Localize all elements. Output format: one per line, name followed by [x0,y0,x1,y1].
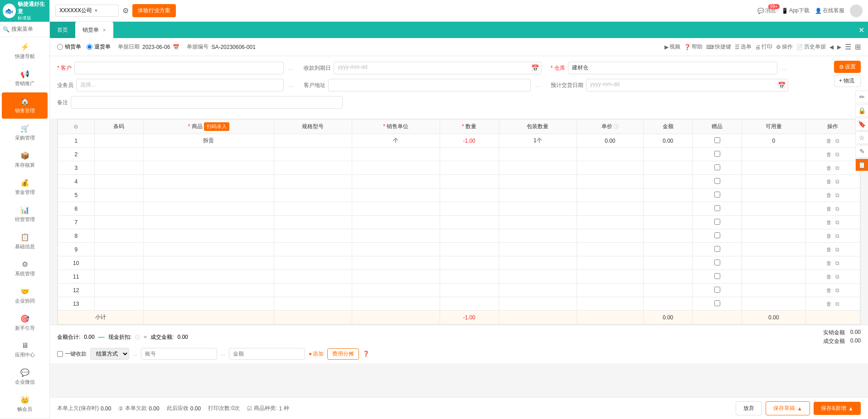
cell-amount-10[interactable] [643,270,693,284]
cell-spec-6[interactable] [274,216,352,229]
sidebar-search[interactable]: 🔍 搜索菜单 [0,22,49,37]
gift-checkbox-1[interactable] [714,151,720,157]
cell-qty-12[interactable] [440,297,499,311]
cell-amount-5[interactable] [643,202,693,216]
cell-spec-5[interactable] [274,202,352,216]
calendar-icon[interactable]: 📅 [173,44,179,50]
copy-icon-7[interactable]: ⧉ [835,233,839,239]
copy-icon-11[interactable]: ⧉ [835,287,839,294]
payment-method-more-icon[interactable]: ... [133,351,137,357]
cell-amount-12[interactable] [643,297,693,311]
gift-checkbox-4[interactable] [714,192,720,197]
cell-qty-1[interactable] [440,148,499,161]
cell-qty-2[interactable] [440,161,499,175]
cell-qty-11[interactable] [440,284,499,297]
customer-more-icon[interactable]: ... [286,65,295,71]
cell-unit-price-5[interactable] [577,202,643,216]
cell-barcode-4[interactable] [94,188,144,202]
delete-icon-11[interactable]: 🗑 [826,287,832,294]
tool-help[interactable]: ❓ 帮助 [684,43,703,51]
sidebar-item-basic[interactable]: 📋基础信息 [2,228,48,255]
cell-unit-price-2[interactable] [577,161,643,175]
payment-calendar-icon[interactable]: 📅 [531,64,539,72]
cell-product-8[interactable] [144,243,274,256]
cell-unit-4[interactable] [352,188,440,202]
side-action-pencil[interactable]: ✎ [855,145,868,158]
warehouse-more-icon[interactable]: ... [780,65,788,71]
cell-pkg-qty-5[interactable] [499,202,577,216]
save-new-button[interactable]: 保存&新增 ▲ [814,402,861,415]
sidebar-item-wechat[interactable]: 💬企业微信 [2,364,48,390]
trial-button[interactable]: 体验行业方案 [132,4,176,17]
cell-qty-5[interactable] [440,202,499,216]
tool-print[interactable]: 🖨 打印 [755,43,772,51]
cell-product-7[interactable] [144,229,274,243]
cell-pkg-qty-9[interactable] [499,256,577,270]
copy-icon-6[interactable]: ⧉ [835,219,839,226]
sidebar-item-operation[interactable]: 📊经营管理 [2,201,48,227]
cell-amount-3[interactable] [643,175,693,188]
cell-pkg-qty-10[interactable] [499,270,577,284]
gift-checkbox-11[interactable] [714,287,720,293]
add-button[interactable]: ● 添加 [309,350,324,358]
list-view-icon[interactable]: ☰ [845,43,851,51]
cell-product-9[interactable] [144,256,274,270]
cell-unit-12[interactable] [352,297,440,311]
cell-gift-2[interactable] [693,161,742,175]
side-action-main[interactable]: 📋 [855,159,868,171]
cell-unit-8[interactable] [352,243,440,256]
expense-help-icon[interactable]: ❓ [363,351,369,357]
cell-barcode-11[interactable] [94,284,144,297]
gift-checkbox-0[interactable] [714,137,720,143]
side-action-bookmark[interactable]: 🔖 [855,118,868,130]
copy-icon-0[interactable]: ⧉ [835,138,839,144]
cell-pkg-qty-4[interactable] [499,188,577,202]
cell-spec-4[interactable] [274,188,352,202]
cell-gift-5[interactable] [693,202,742,216]
cell-gift-10[interactable] [693,270,742,284]
scan-barcode-button[interactable]: 扫码录入 [204,122,229,131]
cell-spec-2[interactable] [274,161,352,175]
cell-unit-price-7[interactable] [577,229,643,243]
cell-unit-1[interactable] [352,148,440,161]
cell-product-10[interactable] [144,270,274,284]
cell-qty-4[interactable] [440,188,499,202]
cell-unit-3[interactable] [352,175,440,188]
column-settings-icon[interactable]: ⚙ [73,124,78,130]
copy-icon-5[interactable]: ⧉ [835,206,839,212]
cell-spec-3[interactable] [274,175,352,188]
save-draft-button[interactable]: 保存草稿 ▲ [766,401,810,415]
tool-video[interactable]: ▶ 视频 [664,43,680,51]
cell-unit-price-12[interactable] [577,297,643,311]
tab-close-all-icon[interactable]: ✕ [858,26,864,34]
avatar[interactable] [850,5,863,17]
side-action-star[interactable]: ☆ [855,131,868,144]
payment-due-input[interactable]: yyyy-mm-dd [334,62,541,74]
cell-unit-10[interactable] [352,270,440,284]
cell-gift-7[interactable] [693,229,742,243]
tab-sales-order[interactable]: 销货单 ✕ [75,22,113,38]
sidebar-item-inventory[interactable]: 📦库存核算 [2,147,48,173]
delete-icon-9[interactable]: 🗑 [826,260,832,266]
delete-icon-6[interactable]: 🗑 [826,219,832,226]
sidebar-item-sales[interactable]: 🏠销售管理 [2,92,48,119]
cell-unit-7[interactable] [352,229,440,243]
cell-product-5[interactable] [144,202,274,216]
copy-icon-12[interactable]: ⧉ [835,301,839,307]
message-button[interactable]: 💬 消息 99+ [757,7,776,14]
delete-icon-12[interactable]: 🗑 [826,301,832,307]
copy-icon-2[interactable]: ⧉ [835,165,839,171]
cell-product-4[interactable] [144,188,274,202]
cell-barcode-8[interactable] [94,243,144,256]
sidebar-item-system[interactable]: ⚙系统管理 [2,255,48,282]
sidebar-item-purchase[interactable]: 🛒采购管理 [2,120,48,146]
cell-spec-12[interactable] [274,297,352,311]
sidebar-item-finance[interactable]: 💰资金管理 [2,174,48,200]
tool-history[interactable]: 📄 历史单据 [796,43,826,51]
copy-icon-10[interactable]: ⧉ [835,274,839,280]
sidebar-item-marketing[interactable]: 📢营销推广 [2,65,48,92]
cell-product-0[interactable]: 拆贡 [144,134,274,148]
payment-method-select[interactable]: 结算方式 [90,348,129,360]
unit-price-info-icon[interactable]: ⓘ [614,124,619,129]
cell-barcode-6[interactable] [94,216,144,229]
